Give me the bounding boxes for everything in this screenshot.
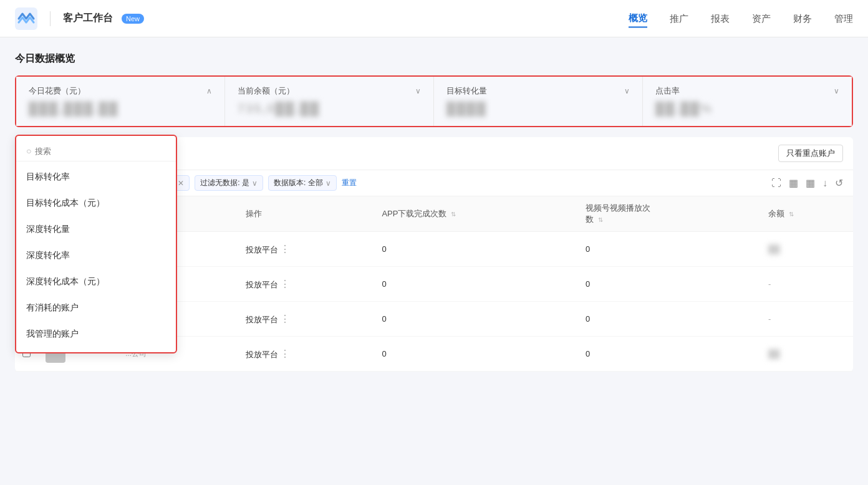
td-balance-2: - [761, 302, 853, 337]
filter-tag-nodata-label: 过滤无数据: 是 [200, 178, 249, 188]
metric-card-spend: 今日花费（元） ∧ ███,███.██ [16, 77, 225, 126]
expand-icon[interactable]: ⛶ [771, 178, 781, 189]
dropdown-item-5[interactable]: 有消耗的账户 [16, 295, 173, 321]
section-title: 今日数据概览 [15, 52, 853, 65]
td-balance-1: - [761, 267, 853, 302]
brand-logo-icon [15, 7, 37, 30]
header: 客户工作台 New 概览 推广 报表 资产 财务 管理 [0, 0, 868, 37]
column-icon[interactable]: ▦ [806, 177, 815, 189]
metric-card-balance: 当前余额（元） ∨ 735,0██.██ [225, 77, 434, 126]
nav-item-admin[interactable]: 管理 [834, 10, 853, 27]
sort-video-play-icon[interactable]: ⇅ [598, 216, 603, 223]
metric-label-conversion: 目标转化量 [446, 85, 487, 97]
search-icon: ○ [26, 146, 31, 156]
dropdown-item-4[interactable]: 深度转化成本（元） [16, 269, 173, 295]
filter-tag-version-label: 数据版本: 全部 [274, 178, 323, 188]
dropdown-item-2[interactable]: 深度转化量 [16, 216, 173, 242]
sort-balance-icon[interactable]: ⇅ [789, 211, 794, 218]
filter-tag-nodata-close[interactable]: ∨ [252, 179, 258, 188]
main-nav: 概览 推广 报表 资产 财务 管理 [629, 9, 853, 27]
dropdown-item-6[interactable]: 我管理的账户 [16, 321, 173, 347]
td-action-3: 投放平台 ⋮ [238, 337, 375, 372]
metric-chevron-spend[interactable]: ∧ [206, 87, 212, 95]
nav-item-assets[interactable]: 资产 [752, 10, 771, 27]
filter-tag-remark-close[interactable]: ✕ [178, 179, 184, 188]
download-icon[interactable]: ↓ [822, 178, 827, 189]
nav-item-promotion[interactable]: 推广 [670, 10, 688, 27]
td-app-2: 0 [374, 302, 578, 337]
chart-icon[interactable]: ▦ [789, 177, 798, 189]
metric-card-conversion: 目标转化量 ∨ ████ [434, 77, 643, 126]
metric-value-spend: ███,███.██ [29, 102, 212, 116]
metric-value-ctr: ██.██% [655, 102, 839, 116]
new-badge: New [122, 14, 144, 24]
refresh-icon[interactable]: ↺ [835, 177, 843, 189]
metric-value-balance: 735,0██.██ [238, 102, 421, 116]
header-divider [50, 11, 51, 26]
td-video-1: 0 [578, 267, 761, 302]
td-app-0: 0 [374, 232, 578, 267]
filter-tag-version-close[interactable]: ∨ [326, 179, 331, 188]
metric-chevron-balance[interactable]: ∨ [415, 87, 421, 95]
td-video-3: 0 [578, 337, 761, 372]
dropdown-search-input[interactable] [35, 146, 166, 156]
dropdown-item-1[interactable]: 目标转化成本（元） [16, 190, 173, 216]
more-icon-1[interactable]: ⋮ [280, 279, 290, 289]
td-balance-0: ██ [761, 232, 853, 267]
th-video-play: 视频号视频播放次数 ⇅ [578, 196, 761, 232]
more-icon-3[interactable]: ⋮ [280, 348, 290, 359]
metric-label-balance: 当前余额（元） [238, 85, 294, 97]
th-action: 操作 [238, 196, 375, 232]
td-video-2: 0 [578, 302, 761, 337]
metric-header-conversion: 目标转化量 ∨ [446, 85, 630, 97]
td-app-3: 0 [374, 337, 578, 372]
dropdown-item-3[interactable]: 深度转化率 [16, 242, 173, 269]
more-icon-2[interactable]: ⋮ [280, 314, 290, 324]
metric-chevron-ctr[interactable]: ∨ [834, 87, 839, 95]
metric-label-spend: 今日花费（元） [29, 85, 85, 97]
metrics-row: 今日花费（元） ∧ ███,███.██ 当前余额（元） ∨ 735,0██.█… [15, 75, 853, 127]
filter-tag-version: 数据版本: 全部 ∨ [268, 175, 337, 191]
metric-chevron-conversion[interactable]: ∨ [624, 87, 630, 95]
metric-label-ctr: 点击率 [655, 85, 680, 97]
dropdown-list: 目标转化率 目标转化成本（元） 深度转化量 深度转化率 深度转化成本（元） 有消… [16, 164, 176, 347]
filter-tag-nodata: 过滤无数据: 是 ∨ [195, 175, 263, 191]
metric-header-ctr: 点击率 ∨ [655, 85, 839, 97]
nav-item-finance[interactable]: 财务 [793, 10, 812, 27]
td-balance-3: ██ [761, 337, 853, 372]
td-action-0: 投放平台 ⋮ [238, 232, 375, 267]
toolbar-icons: ⛶ ▦ ▦ ↓ ↺ [771, 177, 843, 189]
more-icon-0[interactable]: ⋮ [280, 244, 290, 254]
sort-app-download-icon[interactable]: ⇅ [451, 211, 456, 218]
dropdown-search-area: ○ [16, 141, 176, 161]
nav-item-report[interactable]: 报表 [711, 10, 730, 27]
th-balance: 余额 ⇅ [761, 196, 853, 232]
td-action-1: 投放平台 ⋮ [238, 267, 375, 302]
metric-dropdown: ○ 目标转化率 目标转化成本（元） 深度转化量 深度转化率 深度转化成本（元） … [15, 135, 177, 353]
metric-header-spend: 今日花费（元） ∧ [29, 85, 212, 97]
th-app-download: APP下载完成次数 ⇅ [374, 196, 578, 232]
main-content: 今日数据概览 今日花费（元） ∧ ███,███.██ 当前余额（元） ∨ 73… [0, 37, 868, 372]
td-video-0: 0 [578, 232, 761, 267]
metric-value-conversion: ████ [446, 102, 630, 116]
td-app-1: 0 [374, 267, 578, 302]
app-title: 客户工作台 [63, 12, 113, 25]
metric-card-ctr: 点击率 ∨ ██.██% [643, 77, 852, 126]
nav-item-overview[interactable]: 概览 [629, 9, 647, 27]
metric-header-balance: 当前余额（元） ∨ [238, 85, 421, 97]
logo-area: 客户工作台 New [15, 7, 144, 30]
priority-button[interactable]: 只看重点账户 [778, 145, 843, 162]
td-action-2: 投放平台 ⋮ [238, 302, 375, 337]
reset-button[interactable]: 重置 [342, 178, 357, 188]
dropdown-item-0[interactable]: 目标转化率 [16, 164, 173, 190]
